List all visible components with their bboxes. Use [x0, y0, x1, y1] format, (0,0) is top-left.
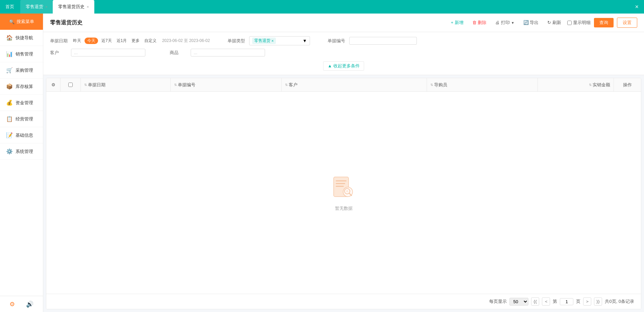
print-button[interactable]: 🖨 打印 ▼	[493, 18, 517, 27]
tab-home[interactable]: 首页	[0, 0, 20, 14]
sidebar-item-system[interactable]: ⚙️ 系统管理	[0, 143, 43, 160]
inventory-icon: 📦	[6, 83, 13, 90]
collapse-row: ▲ 收起更多条件	[50, 60, 637, 72]
page-title: 零售退货历史	[50, 19, 82, 26]
system-icon: ⚙️	[6, 148, 13, 155]
date-opt-more[interactable]: 更多	[130, 38, 141, 44]
page-prev-button[interactable]: ＜	[542, 297, 550, 306]
th-customer[interactable]: ⇅ 客户	[282, 78, 427, 91]
collapse-button[interactable]: ▲ 收起更多条件	[323, 61, 364, 71]
sidebar-item-operation[interactable]: 📋 经营管理	[0, 111, 43, 127]
top-tab-bar: 首页 零售退货 × 零售退货历史 × ×	[0, 0, 644, 14]
sidebar-nav: 🏠 快捷导航 📊 销售管理 🛒 采购管理 📦 库存核算 💰 资金管理 📋	[0, 30, 43, 296]
tab-retail-return-history[interactable]: 零售退货历史 ×	[53, 0, 94, 14]
sales-icon: 📊	[6, 51, 13, 57]
table-body: 暂无数据	[46, 92, 641, 294]
th-guide[interactable]: ⇅ 导购员	[427, 78, 538, 91]
show-detail-checkbox[interactable]: 显示明细	[567, 20, 591, 26]
date-opt-1month[interactable]: 近1月	[115, 38, 128, 44]
type-tag-close[interactable]: ×	[271, 39, 274, 43]
operation-icon: 📋	[6, 116, 13, 122]
purchase-icon: 🛒	[6, 67, 13, 73]
per-page-select[interactable]: 50 10 20 100	[509, 298, 528, 306]
table-header: ⚙ ⇅ 单据日期 ⇅ 单据编号 ⇅ 客户 ⇅	[46, 78, 641, 92]
filter-row-2: 客户 ... 商品 ...	[50, 49, 637, 57]
sort-icon-amount: ⇅	[589, 83, 592, 87]
docno-filter-label: 单据编号	[328, 38, 345, 44]
sidebar-item-label: 采购管理	[16, 67, 33, 73]
customer-filter-select[interactable]: ...	[71, 49, 145, 57]
date-opt-custom[interactable]: 自定义	[143, 38, 158, 44]
tab-retail-return-close[interactable]: ×	[45, 5, 47, 9]
sidebar-bottom: ⚙ 🔊	[0, 296, 43, 312]
sidebar-item-label: 库存核算	[16, 84, 33, 90]
page-next-button[interactable]: ＞	[583, 297, 591, 306]
print-chevron-icon: ▼	[511, 21, 515, 25]
date-opt-7days[interactable]: 近7天	[100, 38, 113, 44]
sidebar-search-label: 搜索菜单	[17, 19, 34, 25]
th-date[interactable]: ⇅ 单据日期	[81, 78, 171, 91]
type-filter-select[interactable]: 零售退货 × ▼	[249, 36, 310, 45]
date-opt-yesterday[interactable]: 昨天	[72, 38, 82, 44]
content-area: 零售退货历史 + 新增 🗑 删除 🖨 打印 ▼ 🔄 导出 ↻ 刷新	[43, 14, 644, 312]
svg-rect-1	[336, 180, 347, 181]
show-detail-input[interactable]	[567, 21, 572, 25]
filter-area: 单据日期 昨天 今天 近7天 近1月 更多 自定义 2023-06-02 至 2…	[43, 32, 644, 75]
filter-row-1: 单据日期 昨天 今天 近7天 近1月 更多 自定义 2023-06-02 至 2…	[50, 36, 637, 45]
sidebar-item-finance[interactable]: 💰 资金管理	[0, 95, 43, 111]
search-icon: 🔍	[9, 19, 15, 24]
new-button[interactable]: + 新增	[448, 18, 466, 27]
main-layout: 🔍 搜索菜单 🏠 快捷导航 📊 销售管理 🛒 采购管理 📦 库存核算 💰	[0, 14, 644, 312]
type-tag: 零售退货 ×	[252, 38, 276, 44]
select-all-checkbox[interactable]	[68, 83, 73, 87]
tab-retail-return-history-close[interactable]: ×	[87, 5, 89, 9]
sidebar-item-label: 资金管理	[16, 100, 33, 106]
svg-point-7	[346, 190, 348, 192]
sort-icon-guide: ⇅	[430, 83, 433, 87]
sidebar-item-label: 快捷导航	[16, 35, 33, 41]
sidebar-item-sales[interactable]: 📊 销售管理	[0, 46, 43, 62]
setting-button[interactable]: 设置	[617, 18, 637, 28]
pagination-summary: 共0页, 0条记录	[605, 298, 634, 305]
date-opt-today[interactable]: 今天	[85, 38, 98, 44]
type-filter-label: 单据类型	[228, 38, 245, 44]
table-settings-icon: ⚙	[51, 82, 55, 87]
type-dropdown-icon: ▼	[303, 38, 307, 43]
toolbar: + 新增 🗑 删除 🖨 打印 ▼ 🔄 导出 ↻ 刷新 显示明细	[448, 18, 637, 28]
sort-icon-date: ⇅	[84, 83, 87, 87]
th-settings[interactable]: ⚙	[46, 78, 61, 91]
th-no[interactable]: ⇅ 单据编号	[171, 78, 282, 91]
page-first-button[interactable]: ⟨⟨	[531, 297, 539, 306]
empty-state: 暂无数据	[330, 174, 357, 211]
sidebar-item-quick-nav[interactable]: 🏠 快捷导航	[0, 30, 43, 46]
window-close-button[interactable]: ×	[635, 3, 639, 10]
delete-button[interactable]: 🗑 删除	[470, 18, 490, 27]
goods-filter-select[interactable]: ...	[191, 49, 265, 57]
query-button[interactable]: 查询	[594, 18, 614, 27]
date-range-display: 2023-06-02 至 2023-06-02	[162, 38, 210, 44]
page-number-input[interactable]	[560, 298, 573, 305]
customer-filter-label: 客户	[50, 50, 67, 56]
pagination: 每页显示 50 10 20 100 ⟨⟨ ＜ 第 页 ＞ ⟩⟩ 共0页, 0条记…	[46, 294, 641, 309]
sidebar-item-basic[interactable]: 📝 基础信息	[0, 127, 43, 143]
audio-bottom-icon[interactable]: 🔊	[26, 300, 33, 308]
docno-filter-input[interactable]	[349, 37, 417, 45]
page-label-prefix: 第	[553, 298, 557, 305]
settings-bottom-icon[interactable]: ⚙	[9, 300, 15, 308]
page-last-button[interactable]: ⟩⟩	[594, 297, 602, 306]
th-action: 操作	[614, 78, 641, 91]
sidebar-item-label: 系统管理	[16, 149, 33, 155]
sidebar-item-label: 销售管理	[16, 51, 33, 57]
th-amount[interactable]: ⇅ 实销金额	[538, 78, 614, 91]
th-checkbox[interactable]	[61, 78, 81, 91]
sidebar-search[interactable]: 🔍 搜索菜单	[0, 14, 43, 30]
table-area: ⚙ ⇅ 单据日期 ⇅ 单据编号 ⇅ 客户 ⇅	[46, 78, 641, 309]
export-button[interactable]: 🔄 导出	[521, 18, 542, 27]
tab-retail-return[interactable]: 零售退货 ×	[20, 0, 53, 14]
page-label-suffix: 页	[576, 298, 580, 305]
sidebar-item-inventory[interactable]: 📦 库存核算	[0, 79, 43, 95]
sidebar-item-purchase[interactable]: 🛒 采购管理	[0, 62, 43, 79]
refresh-button[interactable]: ↻ 刷新	[545, 18, 564, 27]
sort-icon-no: ⇅	[174, 83, 177, 87]
basic-icon: 📝	[6, 132, 13, 138]
